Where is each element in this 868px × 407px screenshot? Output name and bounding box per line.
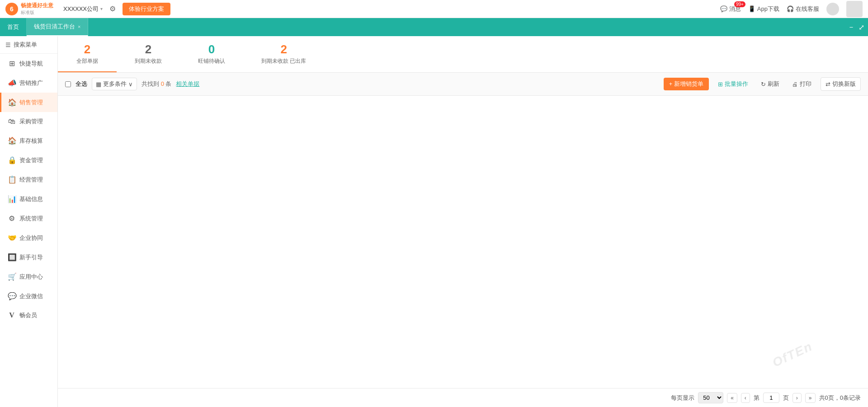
company-selector[interactable]: XXXXXX公司 ▾ — [63, 5, 103, 13]
sidebar-item-app-center[interactable]: 🛒 应用中心 — [0, 267, 57, 286]
filter-button[interactable]: ▦ 更多条件 ∨ — [92, 78, 137, 90]
relate-link[interactable]: 相关单据 — [176, 80, 199, 88]
sidebar-item-quick-nav[interactable]: ⊞ 快捷导航 — [0, 54, 57, 73]
stat-tab-all[interactable]: 2 全部单据 — [58, 36, 117, 72]
print-button[interactable]: 🖨 打印 — [788, 78, 815, 90]
sidebar-item-member[interactable]: V 畅会员 — [0, 306, 57, 325]
select-all-checkbox[interactable] — [65, 81, 71, 87]
main-layout: ☰ 搜索菜单 ⊞ 快捷导航 📣 营销推广 🏠 销售管理 🛍 采购管理 🏠 库存核… — [0, 36, 868, 407]
per-page-select[interactable]: 50 100 200 — [698, 392, 723, 403]
guide-icon: 🔲 — [8, 253, 16, 262]
marketing-icon: 📣 — [8, 79, 16, 87]
sidebar-item-basic-info[interactable]: 📊 基础信息 — [0, 189, 57, 209]
stat-desc-overdue: 到期未收款 — [135, 57, 162, 65]
sidebar-item-enterprise[interactable]: 🤝 企业协同 — [0, 228, 57, 248]
prev-page-button[interactable]: ‹ — [741, 393, 750, 403]
sidebar-item-purchase[interactable]: 🛍 采购管理 — [0, 112, 57, 131]
tab-bar-controls: － ⤢ — [848, 18, 868, 36]
online-service-button[interactable]: 🎧 在线客服 — [787, 5, 819, 13]
message-button[interactable]: 💬 消息 99+ — [720, 5, 741, 13]
stat-tab-shipped[interactable]: 2 到期未收款 已出库 — [243, 36, 324, 72]
experience-button[interactable]: 体验行业方案 — [123, 3, 170, 15]
page-suffix: 页 — [783, 394, 789, 402]
app-download-button[interactable]: 📱 App下载 — [748, 5, 779, 13]
sidebar-item-operations[interactable]: 📋 经营管理 — [0, 170, 57, 189]
wechat-icon: 💬 — [8, 292, 16, 300]
member-icon: V — [8, 311, 16, 319]
basic-info-icon: 📊 — [8, 195, 16, 203]
stat-tab-overdue[interactable]: 2 到期未收款 — [117, 36, 180, 72]
chevron-down-icon: ▾ — [100, 6, 103, 11]
stat-desc-shipped: 到期未收款 已出库 — [261, 57, 306, 65]
first-page-button[interactable]: « — [727, 393, 737, 403]
per-page-label: 每页显示 — [671, 394, 694, 402]
message-badge: 99+ — [734, 1, 745, 7]
home-tab-label: 首页 — [7, 23, 19, 31]
toolbar-right: + 新增销货单 ⊞ 批量操作 ↻ 刷新 🖨 打印 ⇄ 切换新版 — [664, 77, 861, 91]
total-label: 共0页，0条记录 — [819, 394, 861, 402]
last-page-button[interactable]: » — [805, 393, 816, 403]
logo-sub: 标准版 — [21, 9, 53, 15]
stat-num-overdue: 2 — [145, 42, 151, 56]
inventory-icon: 🏠 — [8, 136, 16, 145]
download-icon: 📱 — [748, 5, 755, 12]
tab-maximize-icon[interactable]: ⤢ — [859, 23, 864, 32]
header-mid: XXXXXX公司 ▾ ⚙ 体验行业方案 — [63, 3, 720, 15]
sidebar-search[interactable]: ☰ 搜索菜单 — [0, 36, 57, 54]
active-tab-label: 钱货日清工作台 — [34, 23, 75, 31]
stat-num-all: 2 — [84, 42, 90, 56]
sidebar-item-finance[interactable]: 🔒 资金管理 — [0, 150, 57, 170]
page-label: 第 — [754, 394, 760, 402]
batch-button[interactable]: ⊞ 批量操作 — [714, 78, 752, 90]
tab-close-icon[interactable]: × — [78, 24, 80, 29]
top-header: 6 畅捷通好生意 标准版 XXXXXX公司 ▾ ⚙ 体验行业方案 💬 消息 99… — [0, 0, 868, 18]
operations-icon: 📋 — [8, 175, 16, 184]
sidebar-item-label: 畅会员 — [19, 311, 37, 319]
online-service-label: 在线客服 — [796, 5, 819, 13]
company-name: XXXXXX公司 — [63, 5, 99, 13]
print-icon: 🖨 — [792, 81, 798, 88]
stat-tab-pending[interactable]: 0 旺铺待确认 — [180, 36, 243, 72]
sidebar-item-marketing[interactable]: 📣 营销推广 — [0, 73, 57, 93]
next-page-button[interactable]: › — [793, 393, 802, 403]
table-area — [58, 96, 868, 388]
sidebar-item-system[interactable]: ⚙ 系统管理 — [0, 209, 57, 228]
sidebar-item-label: 基础信息 — [19, 195, 43, 203]
tab-minimize-icon[interactable]: － — [848, 23, 855, 32]
batch-icon: ⊞ — [718, 81, 723, 88]
purchase-icon: 🛍 — [8, 117, 16, 126]
sidebar-item-sales[interactable]: 🏠 销售管理 — [0, 93, 57, 112]
finance-icon: 🔒 — [8, 156, 16, 164]
avatar[interactable] — [826, 3, 839, 15]
refresh-button[interactable]: ↻ 刷新 — [757, 78, 783, 90]
user-menu[interactable] — [846, 1, 863, 17]
search-icon: ☰ — [5, 42, 11, 48]
sidebar-item-label: 应用中心 — [19, 273, 43, 281]
toolbar: 全选 ▦ 更多条件 ∨ 共找到 0 条 相关单据 + 新增销货单 ⊞ 批量操作 — [58, 73, 868, 96]
select-all-label: 全选 — [75, 80, 87, 88]
tab-bar: 首页 钱货日清工作台 × － ⤢ — [0, 18, 868, 36]
switch-version-button[interactable]: ⇄ 切换新版 — [821, 77, 861, 91]
tab-home[interactable]: 首页 — [0, 18, 27, 36]
stats-tabs: 2 全部单据 2 到期未收款 0 旺铺待确认 2 到期未收款 已出库 — [58, 36, 868, 73]
content-area: 2 全部单据 2 到期未收款 0 旺铺待确认 2 到期未收款 已出库 全选 — [58, 36, 868, 407]
sidebar-item-guide[interactable]: 🔲 新手引导 — [0, 248, 57, 267]
switch-icon: ⇄ — [826, 81, 830, 88]
page-input[interactable] — [763, 393, 779, 403]
sidebar-item-label: 资金管理 — [19, 156, 43, 164]
new-sales-button[interactable]: + 新增销货单 — [664, 78, 709, 90]
settings-icon[interactable]: ⚙ — [106, 3, 119, 15]
sidebar-item-label: 营销推广 — [19, 79, 43, 87]
sidebar-item-inventory[interactable]: 🏠 库存核算 — [0, 131, 57, 150]
stat-num-pending: 0 — [208, 42, 215, 56]
app-download-label: App下载 — [757, 5, 779, 13]
filter-chevron-icon: ∨ — [128, 81, 133, 88]
sidebar-item-wechat[interactable]: 💬 企业微信 — [0, 286, 57, 306]
sidebar-item-label: 采购管理 — [19, 117, 43, 126]
service-icon: 🎧 — [787, 5, 794, 12]
logo-title: 畅捷通好生意 — [21, 2, 53, 9]
logo-area: 6 畅捷通好生意 标准版 — [5, 2, 63, 15]
sidebar-item-label: 企业协同 — [19, 234, 43, 242]
tab-active[interactable]: 钱货日清工作台 × — [27, 18, 88, 36]
refresh-icon: ↻ — [761, 81, 766, 88]
